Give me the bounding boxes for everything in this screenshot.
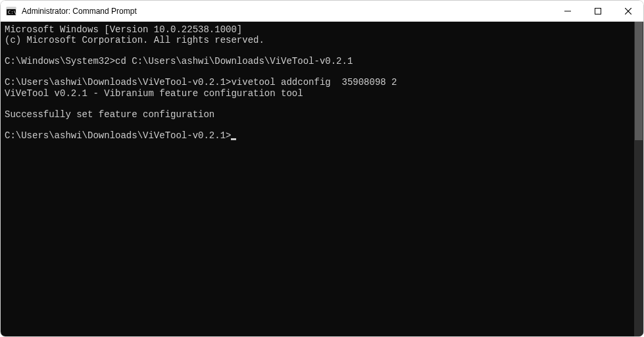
terminal-line <box>5 66 630 77</box>
terminal-line: C:\Windows\System32>cd C:\Users\ashwi\Do… <box>5 56 630 66</box>
terminal-line: Successfully set feature configuration <box>5 109 630 120</box>
window-controls <box>553 1 643 21</box>
terminal-cursor <box>231 138 236 140</box>
terminal-output[interactable]: Microsoft Windows [Version 10.0.22538.10… <box>1 22 634 336</box>
svg-rect-4 <box>595 8 601 14</box>
titlebar[interactable]: C:\ Administrator: Command Prompt <box>1 1 643 22</box>
svg-rect-1 <box>7 7 16 9</box>
minimize-button[interactable] <box>553 1 583 21</box>
terminal-area: Microsoft Windows [Version 10.0.22538.10… <box>1 22 643 336</box>
maximize-button[interactable] <box>583 1 613 21</box>
svg-text:C:\: C:\ <box>8 10 16 15</box>
terminal-line <box>5 99 630 109</box>
terminal-line: (c) Microsoft Corporation. All rights re… <box>5 35 630 45</box>
terminal-line: C:\Users\ashwi\Downloads\ViVeTool-v0.2.1… <box>5 130 630 141</box>
terminal-line: Microsoft Windows [Version 10.0.22538.10… <box>5 24 630 35</box>
scrollbar[interactable] <box>634 22 643 336</box>
terminal-line <box>5 45 630 56</box>
terminal-line: ViVeTool v0.2.1 - Vibranium feature conf… <box>5 88 630 99</box>
window-title: Administrator: Command Prompt <box>22 7 553 16</box>
close-button[interactable] <box>613 1 643 21</box>
command-prompt-window: C:\ Administrator: Command Prompt Micros… <box>0 0 644 337</box>
cmd-icon: C:\ <box>6 6 16 16</box>
scroll-thumb[interactable] <box>635 22 643 140</box>
terminal-line <box>5 120 630 130</box>
terminal-line: C:\Users\ashwi\Downloads\ViVeTool-v0.2.1… <box>5 77 630 88</box>
